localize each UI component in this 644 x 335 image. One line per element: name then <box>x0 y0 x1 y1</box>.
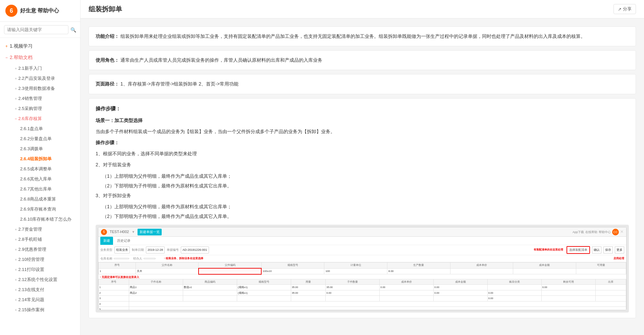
sidebar-item-2-6-8[interactable]: 2.6.8商品成本重算 <box>15 194 80 204</box>
bth-6: 子件数量 <box>326 279 380 285</box>
scene1-title: 场景一：加工类型选择 <box>96 116 629 125</box>
sidebar-item-2-2[interactable]: + 2.2产品安装及登录 <box>9 73 80 83</box>
sidebar-item-label: 2.12系统个性化设置 <box>18 277 57 283</box>
sidebar-item-2-6-6[interactable]: 2.6.6其他入库单 <box>15 174 80 184</box>
btd-r2-4: (规格±1) <box>237 290 291 296</box>
btd-r3-6 <box>326 296 380 301</box>
btd-r3-9: 0.00 <box>487 296 541 301</box>
td-av <box>576 268 626 274</box>
btd-r3-7 <box>380 296 434 301</box>
sidebar-item-2-6-3[interactable]: 2.6.3调拨单 <box>15 144 80 154</box>
sidebar-item-2-6-4[interactable]: 2.6.4组装拆卸单 <box>15 154 80 164</box>
role-text: 通常由生产人员或库管人员完成拆装业务的操作，库管人员确认原材料的出库和产成品的入… <box>120 57 322 63</box>
nav-group-1: + 1.视频学习 <box>0 41 80 52</box>
btd-r2-1: 2 <box>99 290 129 296</box>
step3-2: （2）下部明细为子件明细，最终作为产成品生成其它入库单。 <box>96 212 629 221</box>
path-label: 页面路径： <box>96 81 119 87</box>
step2: 2、对于组装业务 <box>96 161 629 169</box>
btd-r2-6: 0.00 <box>326 290 380 296</box>
sidebar-item-2-4[interactable]: + 2.4销售管理 <box>9 94 80 104</box>
sidebar-item-2-10[interactable]: + 2.10经营管理 <box>9 255 80 265</box>
sidebar-item-2-6-5[interactable]: 2.6.5成本调整单 <box>15 164 80 174</box>
sim-form-date-label: 制单日期 <box>132 247 144 253</box>
step2-1: （1）上部明细为父件明细，最终作为产成品生成其它入库单； <box>96 172 629 180</box>
search-icon[interactable]: 🔍 <box>70 27 76 33</box>
sidebar-item-2-3[interactable]: + 2.3使用前数据准备 <box>9 83 80 94</box>
sim-dropdown-icon: ▼ <box>131 229 135 235</box>
sidebar-item-help-docs[interactable]: − 2.帮助文档 <box>0 52 80 63</box>
sim-helpcentre-label: 帮助中心 <box>599 229 611 235</box>
th-code: 父件编码 <box>199 262 262 268</box>
topbar: 组装拆卸单 ↗ 分享 <box>80 0 644 18</box>
sidebar-item-2-1[interactable]: + 2.1新手入门 <box>9 63 80 73</box>
sidebar-item-label: 2.9优惠券管理 <box>18 246 46 253</box>
btd-r2-3 <box>183 290 237 296</box>
share-icon: ↗ <box>618 7 622 12</box>
logo-icon: 6 <box>5 5 17 17</box>
sidebar-item-label: 2.10经营管理 <box>18 257 44 263</box>
th-unit: 计量单位 <box>324 262 387 268</box>
annotation-4: 启用处理 <box>613 256 624 261</box>
sim-form-type-label: 业务类型 <box>100 247 112 253</box>
sidebar-item-2-7[interactable]: + 2.7资金管理 <box>9 224 80 234</box>
sidebar-item-2-12[interactable]: + 2.12系统个性化设置 <box>9 275 80 285</box>
sidebar-item-2-14[interactable]: + 2.14常见问题 <box>9 295 80 305</box>
btd-r2-8: 0.00 <box>433 290 487 296</box>
bth-3: 商品编码 <box>183 279 237 285</box>
sidebar-item-label: 2.14常见问题 <box>18 297 44 303</box>
bth-9: 账存分类 <box>487 279 541 285</box>
btd-r4-rest <box>129 301 626 307</box>
btd-r5-1: 5 <box>99 307 129 311</box>
sim-label2: 经办人 <box>133 256 142 261</box>
sidebar-item-2-8[interactable]: + 2.8手机旺铺 <box>9 234 80 244</box>
screenshot-container: 6 TEST-H002 ▼ 新建单据一览 App下载 在线帮助 帮助中心 CC … <box>96 225 629 313</box>
func-intro-label: 功能介绍： <box>96 34 119 39</box>
sidebar-item-2-6-7[interactable]: 2.6.7其他出库单 <box>15 184 80 194</box>
annotation-1: 有装配清单的在这里处理 <box>534 247 563 252</box>
nav-list: + 1.视频学习 − 2.帮助文档 + 2.1新手入门 + 2.2产品安装及登录 <box>0 38 80 335</box>
plus-icon: + <box>15 298 17 302</box>
th-qty: 生产数量 <box>387 262 450 268</box>
sidebar-item-2-9[interactable]: + 2.9优惠券管理 <box>9 244 80 255</box>
td-cp <box>450 268 513 274</box>
sidebar-item-video-learning[interactable]: + 1.视频学习 <box>0 41 80 52</box>
sim-form-type-val: 组装业务 <box>114 246 130 253</box>
sim-save-btn: 保存 <box>603 246 613 253</box>
td-code-highlighted <box>199 268 262 274</box>
sim-tab-history: 历史记录 <box>114 237 133 244</box>
btd-r3-4 <box>237 296 291 301</box>
btd-r1-7: 0.00 <box>380 285 434 290</box>
sidebar-item-2-6-10[interactable]: 2.6.10库存账本错了怎么办 <box>15 214 80 224</box>
th-avail: 可用量 <box>576 262 626 268</box>
sidebar-item-2-13[interactable]: + 2.13在线支付 <box>9 285 80 295</box>
plus-icon: + <box>15 87 17 91</box>
plus-icon: + <box>15 237 17 241</box>
btd-r3-5 <box>291 296 325 301</box>
minus-icon: − <box>15 117 17 121</box>
td-unit: 100 <box>324 268 387 274</box>
sidebar-item-2-15[interactable]: + 2.15操作案例 <box>9 305 80 315</box>
td-1: 1 <box>99 268 136 274</box>
sim-form-no-val: AD-20191226-001 <box>181 246 209 253</box>
sim-confirm-btn: 确认 <box>592 246 601 253</box>
share-button[interactable]: ↗ 分享 <box>613 4 636 14</box>
sidebar-item-2-11[interactable]: + 2.11打印设置 <box>9 265 80 275</box>
ops-block: 操作步骤： 场景一：加工类型选择 当由多个子件材料组装成一个成品的业务为【组装】… <box>89 98 636 319</box>
btd-r3-2 <box>129 296 183 301</box>
sidebar-item-2-6-1[interactable]: 2.6.1盘点单 <box>15 124 80 134</box>
app-name: 好生意 帮助中心 <box>20 7 59 14</box>
sidebar-sub-items-2: + 2.1新手入门 + 2.2产品安装及登录 + 2.3使用前数据准备 + 2.… <box>0 63 80 315</box>
sim-btn-new: 新建单据一览 <box>138 229 162 235</box>
sidebar-item-2-5[interactable]: + 2.5采购管理 <box>9 104 80 114</box>
btd-r3-3 <box>183 296 237 301</box>
search-input[interactable] <box>4 25 68 34</box>
sidebar-item-2-6[interactable]: − 2.6库存核算 <box>9 114 80 124</box>
sidebar-item-2-6-9[interactable]: 2.6.9库存账本查询 <box>15 204 80 214</box>
btd-r1-6: 35.00 <box>326 285 380 290</box>
plus-icon: + <box>15 247 17 252</box>
bth-10: 剩余可用 <box>541 279 595 285</box>
sidebar-item-2-6-2[interactable]: 2.6.2分量盘点单 <box>15 134 80 144</box>
sidebar-item-label: 1.视频学习 <box>10 43 33 49</box>
bth-5: 用量 <box>291 279 325 285</box>
sim-tab-new: 新建 <box>100 237 113 245</box>
